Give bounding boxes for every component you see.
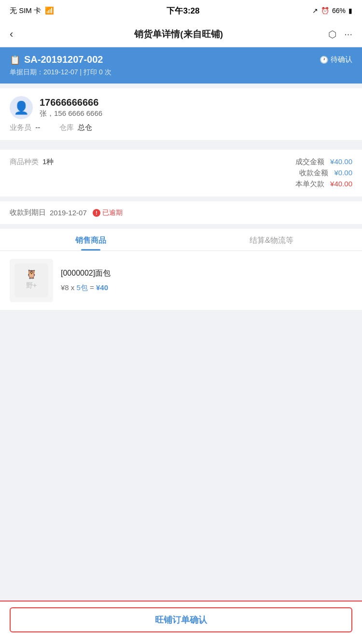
battery-icon: ▮ bbox=[348, 7, 352, 14]
confirm-order-button[interactable]: 旺铺订单确认 bbox=[10, 607, 352, 632]
info-row: 业务员 -- 仓库 总仓 bbox=[10, 123, 352, 132]
due-date-label: 收款到期日 bbox=[10, 208, 46, 217]
more-button[interactable]: ··· bbox=[344, 28, 352, 40]
product-name: [0000002]面包 bbox=[61, 268, 352, 279]
salesperson-value: -- bbox=[35, 123, 40, 131]
customer-row: 👤 17666666666 张，156 6666 6666 bbox=[10, 96, 352, 119]
owed-label: 本单欠款 bbox=[295, 180, 324, 189]
wifi-icon: 📶 bbox=[45, 6, 54, 15]
nav-actions: ⬡ ··· bbox=[328, 28, 352, 40]
customer-card: 👤 17666666666 张，156 6666 6666 业务员 -- 仓库 … bbox=[0, 88, 362, 140]
goods-type-value: 1种 bbox=[42, 157, 54, 167]
status-text: 待确认 bbox=[331, 55, 352, 64]
tab-sales-goods[interactable]: 销售商品 bbox=[0, 229, 181, 251]
location-icon: ↗ bbox=[312, 7, 318, 14]
deal-amount-label: 成交金额 bbox=[295, 157, 324, 167]
status-right: ↗ ⏰ 66% ▮ bbox=[312, 7, 352, 14]
svg-rect-0 bbox=[14, 264, 48, 297]
salesperson-label: 业务员 bbox=[10, 123, 31, 131]
status-time: 下午3:28 bbox=[167, 5, 199, 16]
page-title: 销货单详情(来自旺铺) bbox=[134, 28, 223, 41]
product-card: 🦉 野+ [0000002]面包 ¥8 x 5包 = ¥40 bbox=[0, 251, 362, 310]
product-qty: 5包 bbox=[77, 283, 88, 292]
salesperson-item: 业务员 -- bbox=[10, 123, 40, 132]
product-unit-price: ¥8 bbox=[61, 283, 69, 292]
goods-type: 商品种类 1种 bbox=[10, 157, 54, 167]
order-header: 📋 SA-20191207-002 🕐 待确认 单据日期：2019-12-07 … bbox=[0, 47, 362, 84]
tabs-container: 销售商品 结算&物流等 bbox=[0, 229, 362, 251]
customer-info: 17666666666 张，156 6666 6666 bbox=[40, 97, 102, 118]
no-sim-label: 无 SIM 卡 bbox=[10, 6, 41, 15]
warehouse-item: 仓库 总仓 bbox=[59, 123, 92, 132]
order-id-text: SA-20191207-002 bbox=[24, 54, 103, 65]
bottom-bar: 旺铺订单确认 bbox=[0, 601, 362, 644]
share-button[interactable]: ⬡ bbox=[328, 28, 336, 40]
received-label: 收款金额 bbox=[299, 168, 328, 178]
warehouse-value: 总仓 bbox=[78, 123, 92, 131]
price-multiply: x bbox=[71, 283, 77, 292]
tab-settlement[interactable]: 结算&物流等 bbox=[181, 229, 362, 251]
customer-name: 张，156 6666 6666 bbox=[40, 109, 102, 118]
received-row: 收款金额 ¥0.00 bbox=[299, 168, 352, 178]
owed-row: 本单欠款 ¥40.00 bbox=[295, 180, 352, 189]
deal-amount-value: ¥40.00 bbox=[330, 157, 352, 167]
product-price: ¥8 x 5包 = ¥40 bbox=[61, 283, 352, 293]
received-value: ¥0.00 bbox=[334, 168, 352, 178]
order-id-row: 📋 SA-20191207-002 bbox=[10, 54, 103, 65]
goods-type-label: 商品种类 bbox=[10, 157, 39, 167]
separator-1 bbox=[0, 140, 362, 145]
avatar-icon: 👤 bbox=[14, 100, 29, 115]
product-thumbnail: 🦉 野+ bbox=[10, 259, 53, 302]
overdue-badge: ! 已逾期 bbox=[93, 209, 123, 217]
nav-bar: ‹ 销货单详情(来自旺铺) ⬡ ··· bbox=[0, 21, 362, 47]
tab-sales-goods-label: 销售商品 bbox=[75, 236, 106, 244]
avatar: 👤 bbox=[10, 96, 33, 119]
alarm-icon: ⏰ bbox=[321, 7, 329, 14]
price-equals: = bbox=[90, 283, 96, 292]
warehouse-label: 仓库 bbox=[59, 123, 74, 131]
status-bar: 无 SIM 卡 📶 下午3:28 ↗ ⏰ 66% ▮ bbox=[0, 0, 362, 21]
amounts: 成交金额 ¥40.00 收款金额 ¥0.00 本单欠款 ¥40.00 bbox=[295, 157, 352, 189]
status-tag: 🕐 待确认 bbox=[320, 55, 352, 64]
product-total: ¥40 bbox=[96, 283, 108, 292]
due-date-card: 收款到期日 2019-12-07 ! 已逾期 bbox=[0, 201, 362, 224]
due-date-value: 2019-12-07 bbox=[50, 209, 87, 217]
status-left: 无 SIM 卡 📶 bbox=[10, 6, 54, 15]
tab-settlement-label: 结算&物流等 bbox=[250, 236, 293, 244]
clock-icon: 🕐 bbox=[320, 56, 329, 64]
battery-label: 66% bbox=[332, 7, 346, 14]
product-info: [0000002]面包 ¥8 x 5包 = ¥40 bbox=[61, 268, 352, 293]
svg-text:🦉: 🦉 bbox=[26, 269, 37, 280]
back-button[interactable]: ‹ bbox=[10, 28, 29, 41]
overdue-text: 已逾期 bbox=[102, 209, 123, 217]
order-icon: 📋 bbox=[10, 55, 20, 65]
owed-value: ¥40.00 bbox=[330, 180, 352, 189]
summary-card: 商品种类 1种 成交金额 ¥40.00 收款金额 ¥0.00 本单欠款 ¥40.… bbox=[0, 150, 362, 196]
overdue-icon: ! bbox=[93, 209, 100, 217]
product-logo: 🦉 野+ bbox=[14, 264, 48, 297]
order-date: 单据日期：2019-12-07 | 打印 0 次 bbox=[10, 68, 352, 77]
order-header-top: 📋 SA-20191207-002 🕐 待确认 bbox=[10, 54, 352, 65]
customer-phone: 17666666666 bbox=[40, 97, 102, 108]
svg-text:野+: 野+ bbox=[26, 281, 37, 289]
deal-amount-row: 成交金额 ¥40.00 bbox=[295, 157, 352, 167]
